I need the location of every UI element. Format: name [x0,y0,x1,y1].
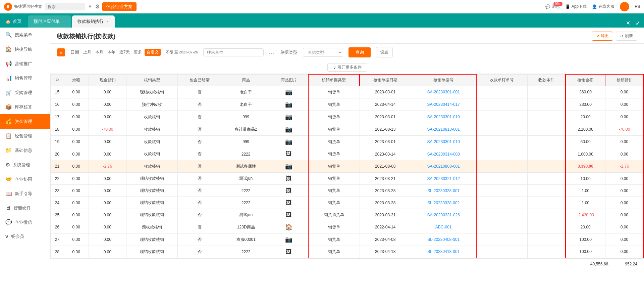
query-button[interactable]: 查询 [348,47,371,57]
brand: 6 畅捷通谱好生意 [4,3,42,11]
cell-receipt-order [476,197,528,209]
cell-bill-no[interactable]: SL-20230408-001 [411,233,476,246]
tab-close-btn[interactable]: ✕ [625,18,632,28]
user-avatar[interactable] [620,2,629,11]
cell-cash-discount: 0.00 [89,136,126,148]
filter-bar: » 日期 上月 本月 本年 近7天 更多 自定义 不限 至 2023-07-26… [50,44,644,61]
sidebar-item-base[interactable]: 📁 基础信息 [0,143,50,158]
bill-no-link[interactable]: SA-20230301-010 [427,115,460,119]
sidebar-item-marketing[interactable]: 📢 营销推广 [0,56,50,71]
tab-home[interactable]: 🏠 首页 [0,15,27,28]
cell-balance: 0.00 [64,233,89,246]
cell-bill-no[interactable]: SL-20230418-001 [411,246,476,258]
bill-no-link[interactable]: SA-20230301-010 [427,139,460,144]
date-btn-last-month[interactable]: 上月 [82,49,93,56]
tab-writeoff-close[interactable]: × [106,19,109,24]
cell-product-img: 📷 [270,136,308,148]
date-btn-more[interactable]: 更多 [132,49,143,56]
cell-bill-no[interactable]: SA-20210808-001 [411,160,476,173]
filter-expand-btn[interactable]: » [57,48,65,56]
expand-more-btn[interactable]: ∨ 展开更多条件 [327,63,367,72]
tab-bar-right: ✕ ⤢ [625,18,644,28]
cell-bill-no[interactable]: ABC-001 [411,221,476,233]
col-settings[interactable]: ⚙ [51,74,64,86]
bill-no-link[interactable]: SA-20210813-001 [427,127,460,132]
gear-button[interactable]: ⚙ [95,3,100,10]
cell-included-settled: 否 [177,160,222,173]
bill-no-link[interactable]: SA-20210808-001 [427,164,460,169]
sidebar-item-sales[interactable]: 📊 销售管理 [0,71,50,85]
sidebar-item-nav[interactable]: 🏠 快捷导航 [0,42,50,56]
tab-writeoff[interactable]: 收款核销执行 × [72,15,115,28]
bill-no-link[interactable]: SA-20230414-017 [427,102,460,107]
bill-no-link[interactable]: SL-20230328-002 [427,201,460,205]
bill-no-link[interactable]: SA-20230301-001 [427,90,460,94]
partner-input[interactable] [203,48,264,56]
cell-bill-no[interactable]: SA-20230301-010 [411,111,476,123]
sidebar-item-system[interactable]: ⚙ 系统管理 [0,158,50,172]
cell-bill-no[interactable]: SA-20230321-012 [411,173,476,185]
cell-bill-date: 2023-04-18 [360,246,411,258]
table-row: 15 0.00 0.00 现结收款核销 否 老白干 📷 销货单 2023-03-… [51,86,644,98]
table-row: 27 0.00 0.00 现结收款核销 否 衣服00001 📷 销货单 2023… [51,233,644,246]
dropdown-icon[interactable]: ▼ [88,4,92,9]
export-button[interactable]: ↗ 导出 [592,32,613,41]
date-btn-custom[interactable]: 自定义 [145,49,161,56]
bill-no-link[interactable]: SL-20230418-001 [427,249,460,254]
cell-receipt-order [476,185,528,197]
bill-type-select[interactable]: 单据类型 [303,48,343,57]
sidebar-item-operations[interactable]: 📋 经营管理 [0,129,50,143]
search-input[interactable] [45,3,85,10]
notification-bell[interactable]: 💬 消息 99+ [545,4,560,9]
bill-no-link[interactable]: SL-20230408-001 [427,237,460,242]
cell-bill-no[interactable]: SA-20230314-008 [411,148,476,160]
date-btn-this-year[interactable]: 本年 [106,49,117,56]
bill-no-link[interactable]: SL-20230328-001 [427,188,460,193]
cell-bill-no[interactable]: SA-20230301-001 [411,86,476,98]
settings-button[interactable]: 设置 [376,47,393,57]
date-btn-7days[interactable]: 近7天 [118,49,131,56]
tab-maximize-btn[interactable]: ⤢ [634,18,641,28]
cell-bill-no[interactable]: SA-20230414-017 [411,98,476,111]
table-row: 17 0.00 0.00 收款核销 否 999 📷 销货单 2023-03-01… [51,111,644,123]
app-download[interactable]: 📱 App下载 [565,4,587,9]
online-service[interactable]: 👤 在线客服 [592,4,614,9]
cell-bill-no[interactable]: SA-20230301-010 [411,136,476,148]
refresh-button[interactable]: ↺ 刷新 [616,32,637,41]
cell-receipt-order [476,246,528,258]
service-icon: 👤 [592,4,597,9]
content-area: 收款核销执行(按收款) ↗ 导出 ↺ 刷新 » 日期 上月 本月 本 [50,28,644,300]
sidebar-item-search[interactable]: 🔍 搜索菜单 [0,28,50,42]
sidebar-item-collab[interactable]: 🤝 企业协同 [0,172,50,186]
sidebar-item-guide[interactable]: 📖 新手引导 [0,186,50,201]
date-btn-this-month[interactable]: 本月 [94,49,105,56]
bill-no-link[interactable]: SA-20230314-008 [427,152,460,157]
tab-prepay-close[interactable]: × [62,19,65,24]
bill-no-link[interactable]: SA-20230321-012 [427,176,460,181]
cell-writeoff-type: 收款核销 [126,111,177,123]
cell-bill-no[interactable]: SA-20230331-026 [411,209,476,221]
sidebar-item-purchase[interactable]: 🛒 采购管理 [0,85,50,100]
cell-bill-type: 销货单 [308,233,360,246]
cell-product-img: 🖼 [270,246,308,258]
bill-no-link[interactable]: ABC-001 [435,225,452,229]
bill-no-link[interactable]: SA-20230331-026 [427,213,460,217]
sidebar-item-member[interactable]: V 畅会员 [0,229,50,244]
col-writeoff-amount: 核销金额 [566,74,605,86]
cell-bill-no[interactable]: SL-20230328-002 [411,197,476,209]
tab-prepay[interactable]: 预付冲应付单 × [28,15,71,28]
cell-bill-no[interactable]: SA-20210813-001 [411,123,476,136]
sidebar-item-finance[interactable]: 💰 资金管理 [0,114,50,129]
cell-writeoff-type: 预收款核销 [126,221,177,233]
main-layout: 🔍 搜索菜单 🏠 快捷导航 📢 营销推广 📊 销售管理 🛒 采购管理 📦 库存核… [0,28,644,300]
sidebar-item-hardware[interactable]: 🖥 智能硬件 [0,201,50,215]
search-icon: 🔍 [5,32,12,38]
industry-btn[interactable]: 休验行业方案 [102,2,137,11]
home-nav-icon: 🏠 [5,46,12,52]
sidebar-item-inventory[interactable]: 📦 库存核算 [0,100,50,114]
cell-receipt-condition [528,160,566,173]
expand-more-label: 展开更多条件 [337,65,362,70]
sidebar-item-weixin[interactable]: 💬 企业微信 [0,215,50,229]
cell-bill-no[interactable]: SL-20230328-001 [411,185,476,197]
cell-product: 衣服00001 [222,233,270,246]
